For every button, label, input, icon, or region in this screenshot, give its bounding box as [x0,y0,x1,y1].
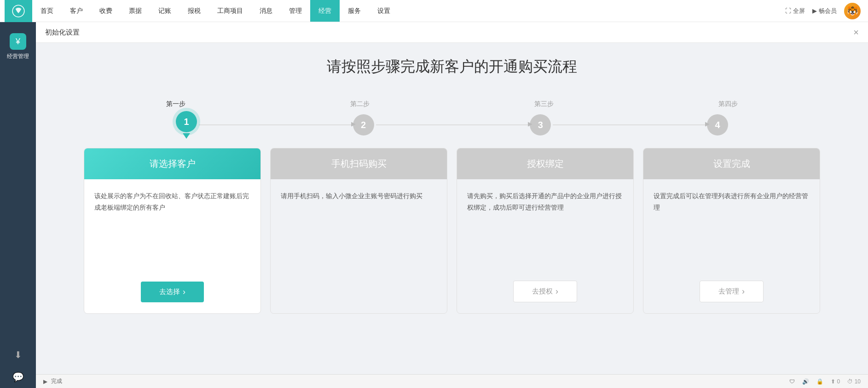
nav-home[interactable]: 首页 [32,0,62,22]
nav-service[interactable]: 服务 [340,0,369,22]
circle-1: 1 [176,111,197,132]
page-title: 初始化设置 [45,28,80,37]
card-footer-3: 去授权 › [457,273,633,313]
sidebar-download[interactable]: ⬇ [0,344,36,366]
timeline-line-2: ▶ [376,124,528,125]
nav-manage[interactable]: 管理 [281,0,310,22]
circle-3: 3 [530,114,551,135]
card-footer-1: 去选择 › [84,274,260,313]
top-navigation: 首页 客户 收费 票据 记账 报税 工商项目 消息 管理 经营 服务 设置 ⛶ … [0,0,868,22]
card-body-2: 请用手机扫码，输入小微企业主账号密码进行购买 [271,179,447,295]
circle-4: 4 [707,114,728,135]
main-layout: ¥ 经营管理 ⬇ 💬 初始化设置 × 请按照步骤完成新客户的开通购买流程 第一步… [0,22,868,388]
fullscreen-button[interactable]: ⛶ 全屏 [785,7,805,15]
go-manage-label: 去管理 [718,287,739,296]
support-icon: 💬 [12,371,24,382]
close-button[interactable]: × [853,28,859,37]
timeline-line-1: ▶ [199,124,351,125]
flow-section: 第一步 第二步 第三步 第四步 1 ▶ [84,100,820,314]
app-logo [5,0,32,22]
timeline-circle-2: 2 [353,114,374,135]
breadcrumb-bar: 初始化设置 × [36,22,868,43]
shield-status-icon: 🛡 [789,378,795,385]
nav-fee[interactable]: 收费 [91,0,121,22]
sidebar-item-operation[interactable]: ¥ 经营管理 [0,27,36,67]
timeline-circle-1: 1 [176,111,197,139]
step-label-1: 第一步 [84,100,268,108]
step-label-4: 第四步 [636,100,820,108]
card-body-4: 设置完成后可以在管理列表进行所有企业用户的经营管理 [643,179,820,273]
lock-status-icon: 🔒 [816,378,823,385]
step-card-2: 手机扫码购买 请用手机扫码，输入小微企业主账号密码进行购买 [270,148,447,314]
member-button[interactable]: ▶ 畅会员 [812,7,837,15]
sidebar: ¥ 经营管理 ⬇ 💬 [0,22,36,388]
nav-business[interactable]: 工商项目 [209,0,251,22]
cloud-status-icon: ⬆ 0 [831,378,840,385]
timeline-circle-4: 4 [707,114,728,135]
status-bar: ▶ 完成 🛡 🔊 🔒 ⬆ 0 ⏱ 10 [36,374,868,388]
nav-operation[interactable]: 经营 [310,0,340,22]
go-manage-arrow: › [742,287,745,296]
operation-icon: ¥ [10,33,26,50]
step-label-3: 第三步 [452,100,636,108]
sidebar-support[interactable]: 💬 [0,366,36,388]
nav-tax[interactable]: 报税 [179,0,209,22]
member-label: 畅会员 [819,7,837,15]
card-footer-4: 去管理 › [643,273,820,313]
go-authorize-label: 去授权 [532,287,553,296]
download-icon: ⬇ [14,349,22,360]
card-header-3: 授权绑定 [457,148,633,179]
play-status-icon: ▶ [43,378,47,385]
step-card-3: 授权绑定 请先购买，购买后选择开通的产品中的企业用户进行授权绑定，成功后即可进行… [457,148,634,314]
go-authorize-arrow: › [556,287,558,296]
content-area: 初始化设置 × 请按照步骤完成新客户的开通购买流程 第一步 第二步 第三步 第四… [36,22,868,388]
timeline-row: 1 ▶ 2 ▶ [84,111,820,139]
step-card-1: 请选择客户 该处展示的客户为不在回收站、客户状态正常建账后完成老板端绑定的所有客… [84,148,261,314]
go-manage-button[interactable]: 去管理 › [700,281,764,302]
nav-right-actions: ⛶ 全屏 ▶ 畅会员 🐯 [785,3,868,19]
status-bar-right: 🛡 🔊 🔒 ⬆ 0 ⏱ 10 [789,378,861,385]
sidebar-item-label: 经营管理 [7,53,29,60]
card-header-1: 请选择客户 [84,148,260,179]
page-content: 请按照步骤完成新客户的开通购买流程 第一步 第二步 第三步 第四步 1 [36,43,868,374]
card-body-3: 请先购买，购买后选择开通的产品中的企业用户进行授权绑定，成功后即可进行经营管理 [457,179,633,273]
clock-status-icon: ⏱ 10 [847,378,861,385]
page-heading: 请按照步骤完成新客户的开通购买流程 [327,57,577,77]
card-header-2: 手机扫码购买 [271,148,447,179]
go-select-button[interactable]: 去选择 › [141,282,204,302]
nav-items-list: 首页 客户 收费 票据 记账 报税 工商项目 消息 管理 经营 服务 设置 [32,0,785,22]
nav-account[interactable]: 记账 [150,0,179,22]
play-icon: ▶ [812,7,817,14]
fullscreen-label: 全屏 [793,7,805,15]
go-select-label: 去选择 [159,288,180,296]
nav-bill[interactable]: 票据 [121,0,150,22]
timeline-line-3: ▶ [553,124,705,125]
status-complete-label: 完成 [51,377,62,385]
go-select-arrow: › [183,287,185,297]
circle-1-pointer [183,133,190,139]
volume-status-icon: 🔊 [802,378,809,385]
step-card-4: 设置完成 设置完成后可以在管理列表进行所有企业用户的经营管理 去管理 › [643,148,820,314]
step-label-2: 第二步 [268,100,452,108]
card-footer-2 [271,295,447,313]
avatar[interactable]: 🐯 [844,3,861,19]
card-header-4: 设置完成 [643,148,820,179]
step-labels-row: 第一步 第二步 第三步 第四步 [84,100,820,108]
nav-message[interactable]: 消息 [251,0,281,22]
fullscreen-icon: ⛶ [785,7,791,14]
nav-customer[interactable]: 客户 [62,0,91,22]
card-body-1: 该处展示的客户为不在回收站、客户状态正常建账后完成老板端绑定的所有客户 [84,179,260,274]
nav-settings[interactable]: 设置 [369,0,399,22]
timeline-circle-3: 3 [530,114,551,135]
cards-row: 请选择客户 该处展示的客户为不在回收站、客户状态正常建账后完成老板端绑定的所有客… [84,148,820,314]
circle-2: 2 [353,114,374,135]
go-authorize-button[interactable]: 去授权 › [513,281,577,302]
